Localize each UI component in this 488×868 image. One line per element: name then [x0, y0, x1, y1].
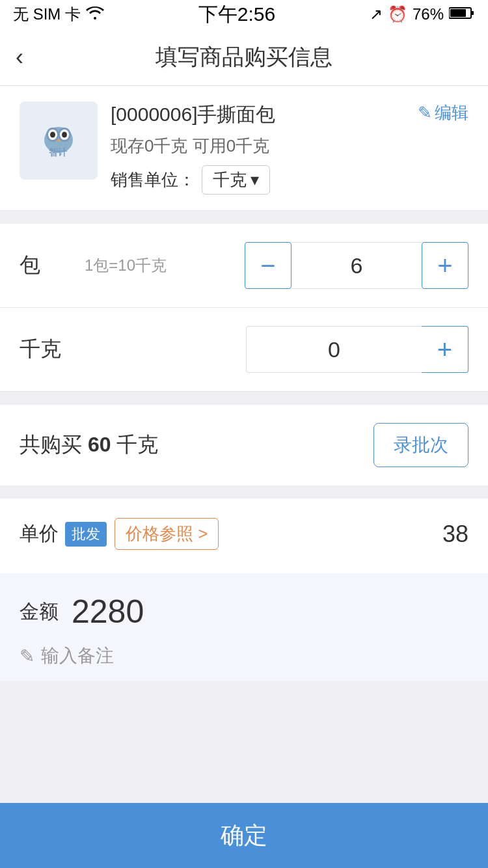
bag-qty-input[interactable]	[291, 242, 422, 289]
product-stock: 现存0千克 可用0千克	[111, 135, 468, 157]
product-logo: 智计	[36, 115, 81, 167]
product-unit: 销售单位： 千克 ▾	[111, 165, 468, 195]
remark-row[interactable]: ✎ 输入备注	[20, 644, 468, 668]
amount-section: 金额 2280 ✎ 输入备注	[0, 573, 488, 681]
input-section: 包 1包=10千克 − + 千克 +	[0, 224, 488, 392]
carrier-text: 无 SIM 卡	[13, 4, 81, 25]
status-left: 无 SIM 卡	[13, 4, 104, 25]
svg-point-9	[62, 131, 67, 137]
edit-button[interactable]: ✎ 编辑	[418, 102, 468, 124]
total-label: 共购买	[20, 433, 82, 456]
kg-label: 千克	[20, 335, 72, 364]
total-text: 共购买 60 千克	[20, 431, 158, 459]
unit-label: 销售单位：	[111, 169, 195, 191]
amount-row: 金额 2280	[20, 593, 468, 631]
confirm-label: 确定	[221, 820, 267, 852]
product-name: [0000006]手撕面包	[111, 102, 275, 128]
price-section: 单价 批发 价格参照 > 38	[0, 498, 488, 573]
bottom-spacer	[0, 681, 488, 759]
bag-label: 包	[20, 251, 72, 280]
edit-icon: ✎	[418, 103, 432, 123]
confirm-button[interactable]: 确定	[0, 803, 488, 868]
unit-select[interactable]: 千克 ▾	[202, 165, 270, 195]
price-badge: 批发	[65, 522, 107, 547]
bag-increment-button[interactable]: +	[422, 242, 468, 289]
product-info: [0000006]手撕面包 ✎ 编辑 现存0千克 可用0千克 销售单位： 千克 …	[111, 102, 468, 195]
record-batch-button[interactable]: 录批次	[373, 423, 468, 467]
battery-text: 76%	[413, 5, 444, 23]
remark-placeholder: 输入备注	[41, 644, 114, 668]
svg-rect-1	[471, 11, 474, 15]
total-amount-val: 60	[88, 433, 111, 456]
remark-icon: ✎	[20, 645, 34, 667]
section-gap-2	[0, 392, 488, 405]
location-icon: ↗	[370, 5, 383, 23]
chevron-down-icon: ▾	[251, 170, 259, 190]
amount-value: 2280	[72, 593, 144, 631]
status-right: ↗ ⏰ 76%	[370, 5, 475, 23]
product-thumbnail: 智计	[20, 102, 98, 180]
total-row: 共购买 60 千克 录批次	[0, 405, 488, 485]
total-unit-text: 千克	[116, 433, 158, 456]
price-reference-button[interactable]: 价格参照 >	[115, 518, 219, 550]
wifi-icon	[86, 5, 104, 23]
alarm-icon: ⏰	[388, 5, 407, 23]
svg-point-8	[50, 131, 55, 137]
page-title: 填写商品购买信息	[156, 42, 332, 72]
amount-label: 金额	[20, 599, 59, 625]
section-gap-1	[0, 211, 488, 224]
battery-icon	[449, 5, 475, 23]
kg-input-row: 千克 +	[0, 308, 488, 392]
nav-bar: ‹ 填写商品购买信息	[0, 29, 488, 86]
kg-qty-input[interactable]	[246, 326, 422, 373]
unit-value: 千克	[213, 169, 247, 191]
back-button[interactable]: ‹	[16, 44, 23, 71]
status-bar: 无 SIM 卡 下午2:56 ↗ ⏰ 76%	[0, 0, 488, 29]
bag-input-row: 包 1包=10千克 − +	[0, 224, 488, 308]
svg-text:智计: 智计	[48, 147, 68, 157]
price-label: 单价	[20, 521, 59, 547]
bag-qty-control: − +	[245, 242, 468, 289]
price-row: 单价 批发 价格参照 > 38	[20, 518, 468, 550]
edit-label: 编辑	[435, 102, 468, 124]
section-gap-3	[0, 485, 488, 498]
product-card: 智计 [0000006]手撕面包 ✎ 编辑 现存0千克 可用0千克 销售单位： …	[0, 86, 488, 211]
bag-hint: 1包=10千克	[85, 255, 232, 276]
kg-increment-button[interactable]: +	[422, 326, 468, 373]
status-time: 下午2:56	[198, 1, 275, 28]
svg-rect-2	[450, 9, 466, 17]
kg-qty-control: +	[246, 326, 468, 373]
bag-decrement-button[interactable]: −	[245, 242, 291, 289]
price-value: 38	[442, 521, 468, 548]
